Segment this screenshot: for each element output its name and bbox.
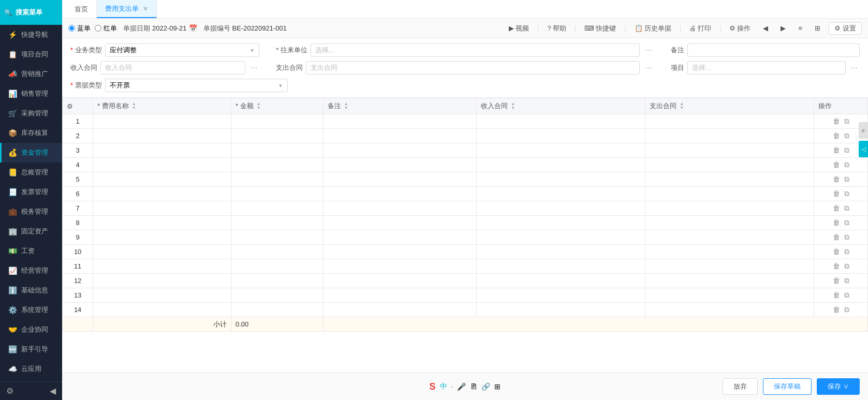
cell-expense-contract-6[interactable]: [645, 187, 814, 201]
cell-amount-13[interactable]: [231, 288, 323, 303]
cell-amount-6[interactable]: [231, 187, 323, 201]
delete-icon-11[interactable]: 🗑: [833, 262, 840, 271]
cell-amount-12[interactable]: [231, 274, 323, 288]
cell-expense-name-4[interactable]: [93, 158, 231, 172]
cell-expense-name-14[interactable]: [93, 303, 231, 317]
cell-income-contract-10[interactable]: [477, 245, 645, 259]
cell-income-contract-2[interactable]: [477, 129, 645, 143]
cell-income-contract-7[interactable]: [477, 201, 645, 216]
expense-contract-dots[interactable]: ···: [643, 63, 654, 72]
cell-amount-4[interactable]: [231, 158, 323, 172]
cell-expense-name-11[interactable]: [93, 259, 231, 274]
delete-icon-7[interactable]: 🗑: [833, 204, 840, 213]
cell-expense-name-9[interactable]: [93, 230, 231, 245]
history-btn[interactable]: 📋 历史单据: [630, 23, 675, 34]
date-value[interactable]: 2022-09-21: [152, 24, 187, 32]
cell-income-contract-13[interactable]: [477, 288, 645, 303]
cell-expense-contract-12[interactable]: [645, 274, 814, 288]
cell-remark-11[interactable]: [323, 259, 476, 274]
shortcut-btn[interactable]: ⌨ 快捷键: [580, 23, 620, 34]
sidebar-item-invoice-mgmt[interactable]: 🧾发票管理: [0, 182, 62, 202]
cell-remark-12[interactable]: [323, 274, 476, 288]
cell-expense-contract-10[interactable]: [645, 245, 814, 259]
delete-icon-5[interactable]: 🗑: [833, 175, 840, 184]
th-setting[interactable]: ⚙: [63, 98, 93, 114]
delete-icon-2[interactable]: 🗑: [833, 131, 840, 140]
cell-remark-3[interactable]: [323, 143, 476, 158]
cell-remark-9[interactable]: [323, 230, 476, 245]
cell-remark-2[interactable]: [323, 129, 476, 143]
cell-income-contract-14[interactable]: [477, 303, 645, 317]
business-type-input[interactable]: 应付调整 ▼: [105, 43, 260, 57]
sidebar-item-cloud-apps[interactable]: ☁️云应用: [0, 359, 62, 379]
help-btn[interactable]: ? 帮助: [543, 23, 570, 34]
sidebar-item-fixed-assets[interactable]: 🏢固定资产: [0, 221, 62, 241]
table-setting-icon[interactable]: ⚙: [67, 102, 73, 110]
sidebar-item-basic-info[interactable]: ℹ️基础信息: [0, 280, 62, 300]
sidebar-item-marketing[interactable]: 📣营销推广: [0, 64, 62, 84]
cell-expense-name-10[interactable]: [93, 245, 231, 259]
radio-red-input[interactable]: [95, 25, 101, 32]
delete-icon-12[interactable]: 🗑: [833, 276, 840, 285]
sidebar-item-tax-mgmt[interactable]: 💼税务管理: [0, 202, 62, 221]
cell-amount-5[interactable]: [231, 172, 323, 187]
sort-amount[interactable]: ▲▼: [257, 102, 261, 110]
project-dots[interactable]: ···: [849, 63, 860, 72]
sidebar-item-new-guide[interactable]: 🆕新手引导: [0, 339, 62, 359]
tab-expense-close[interactable]: ✕: [143, 5, 148, 12]
cell-amount-9[interactable]: [231, 230, 323, 245]
cell-expense-contract-3[interactable]: [645, 143, 814, 158]
copy-icon-11[interactable]: ⧉: [844, 262, 849, 271]
operations-btn[interactable]: ⚙ 操作: [725, 23, 755, 34]
sidebar-header[interactable]: 🔍 搜索菜单: [0, 0, 62, 25]
copy-icon-6[interactable]: ⧉: [844, 189, 849, 198]
cell-remark-5[interactable]: [323, 172, 476, 187]
sidebar-item-salary[interactable]: 💵工资: [0, 241, 62, 261]
cell-income-contract-9[interactable]: [477, 230, 645, 245]
cell-expense-contract-5[interactable]: [645, 172, 814, 187]
sidebar-item-project-contract[interactable]: 📋项目合同: [0, 45, 62, 64]
cell-expense-contract-8[interactable]: [645, 216, 814, 230]
save-button[interactable]: 保存 ∨: [817, 378, 860, 395]
sidebar-item-enterprise[interactable]: 🤝企业协同: [0, 320, 62, 339]
cell-remark-10[interactable]: [323, 245, 476, 259]
delete-icon-3[interactable]: 🗑: [833, 146, 840, 155]
calendar-icon[interactable]: 📅: [189, 24, 197, 32]
cell-amount-11[interactable]: [231, 259, 323, 274]
delete-icon-1[interactable]: 🗑: [833, 117, 840, 126]
cell-expense-name-1[interactable]: [93, 114, 231, 129]
sidebar-item-purchase-mgmt[interactable]: 🛒采购管理: [0, 103, 62, 123]
cell-income-contract-6[interactable]: [477, 187, 645, 201]
nav-prev-btn[interactable]: ◀: [759, 23, 772, 33]
cell-amount-2[interactable]: [231, 129, 323, 143]
tab-expense[interactable]: 费用支出单 ✕: [97, 0, 157, 18]
copy-icon-1[interactable]: ⧉: [844, 117, 849, 126]
save-draft-button[interactable]: 保存草稿: [763, 378, 812, 395]
invoice-type-input[interactable]: 不开票 ▼: [105, 79, 288, 92]
cell-expense-contract-2[interactable]: [645, 129, 814, 143]
cell-remark-4[interactable]: [323, 158, 476, 172]
remark-input[interactable]: [687, 43, 860, 57]
sidebar-item-quick-nav[interactable]: ⚡快捷导航: [0, 25, 62, 45]
copy-icon-5[interactable]: ⧉: [844, 175, 849, 184]
cell-remark-14[interactable]: [323, 303, 476, 317]
nav-next-btn[interactable]: ▶: [776, 23, 790, 33]
cell-income-contract-12[interactable]: [477, 274, 645, 288]
cell-expense-contract-9[interactable]: [645, 230, 814, 245]
party-input[interactable]: 选择...: [311, 43, 640, 57]
settings-icon[interactable]: ⚙: [6, 386, 13, 396]
radio-red-label[interactable]: 红单: [95, 24, 117, 33]
copy-icon-10[interactable]: ⧉: [844, 247, 849, 256]
delete-icon-4[interactable]: 🗑: [833, 160, 840, 169]
cell-income-contract-3[interactable]: [477, 143, 645, 158]
float-btn-1[interactable]: ≡: [859, 122, 868, 139]
cell-remark-8[interactable]: [323, 216, 476, 230]
delete-icon-14[interactable]: 🗑: [833, 305, 840, 314]
cell-expense-contract-13[interactable]: [645, 288, 814, 303]
cell-amount-1[interactable]: [231, 114, 323, 129]
copy-icon-14[interactable]: ⧉: [844, 305, 849, 314]
cell-income-contract-4[interactable]: [477, 158, 645, 172]
print-btn[interactable]: 🖨 打印: [685, 23, 715, 34]
cell-income-contract-5[interactable]: [477, 172, 645, 187]
cell-expense-name-3[interactable]: [93, 143, 231, 158]
